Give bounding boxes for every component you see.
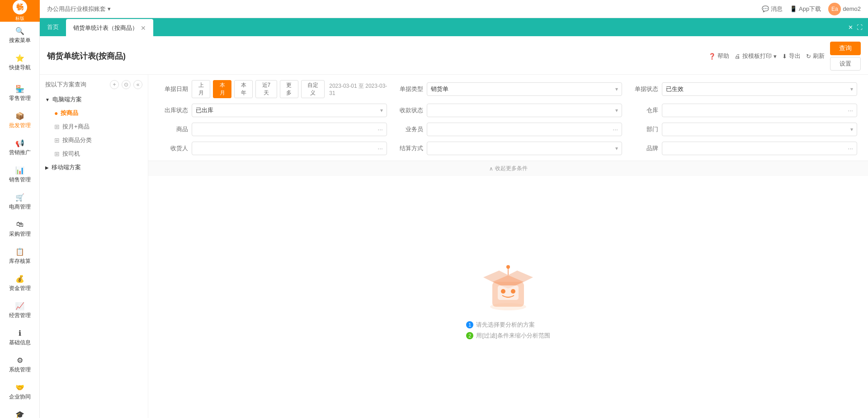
app-download-btn[interactable]: 📱 App下载 <box>790 5 821 13</box>
triangle-right-icon: ▶ <box>45 165 49 170</box>
salesperson-input[interactable]: ··· <box>427 123 622 136</box>
pc-section-header[interactable]: ▼ 电脑端方案 <box>40 93 148 106</box>
add-scheme-btn[interactable]: + <box>110 80 119 89</box>
settlement-select[interactable]: ▾ <box>427 142 622 155</box>
right-content: 单据日期 上月 本月 本年 近7天 更多 自定义 2023-03-01 至 20… <box>148 75 868 418</box>
sidebar-item-enterprise[interactable]: 🤝 企业协同 <box>0 378 39 405</box>
date-btn-this-year[interactable]: 本年 <box>234 80 253 98</box>
brand-input[interactable]: ··· <box>662 142 857 155</box>
page-header: 销货单统计表(按商品) ❓ 帮助 🖨 按模板打印 ▾ ⬇ 导出 ↻ 刷新 <box>40 36 868 75</box>
receiver-dots[interactable]: ··· <box>377 145 383 152</box>
sidebar-item-purchase[interactable]: 🛍 采购管理 <box>0 215 39 242</box>
ecommerce-icon: 🛒 <box>15 193 24 202</box>
logo-subtitle: 标版 <box>15 15 24 22</box>
receiver-input[interactable]: ··· <box>192 142 387 155</box>
doc-type-select[interactable]: 销货单 ▾ <box>427 82 622 96</box>
newbie-icon: 🎓 <box>15 410 24 418</box>
sidebar-item-search[interactable]: 🔍 搜索菜单 <box>0 22 39 49</box>
collapse-icon: ∧ <box>489 166 493 172</box>
tab-home[interactable]: 首页 <box>40 18 66 36</box>
header-left: 办公用品行业模拟账套 ▾ <box>47 5 111 13</box>
main-area: 办公用品行业模拟账套 ▾ 💬 消息 📱 App下载 Ea demo2 首页 销货… <box>40 0 868 418</box>
user-menu[interactable]: Ea demo2 <box>828 3 861 15</box>
app-logo: 畅 标版 <box>0 0 40 22</box>
sidebar-item-sales[interactable]: 📊 销售管理 <box>0 161 39 188</box>
edit-scheme-btn[interactable]: ⊙ <box>122 80 131 89</box>
header-right: 💬 消息 📱 App下载 Ea demo2 <box>762 3 861 15</box>
mobile-section-header[interactable]: ▶ 移动端方案 <box>40 161 148 174</box>
svg-point-7 <box>511 289 515 294</box>
out-status-label: 出库状态 <box>156 106 192 114</box>
scheme-by-month-goods[interactable]: ⊞ 按月+商品 <box>40 120 148 133</box>
print-btn[interactable]: 🖨 按模板打印 ▾ <box>735 52 777 60</box>
warehouse-col: 仓库 ··· <box>626 104 861 117</box>
doc-status-label: 单据状态 <box>626 85 662 93</box>
date-btn-custom[interactable]: 自定义 <box>301 80 325 98</box>
doc-status-col: 单据状态 已生效 ▾ <box>626 82 861 96</box>
sidebar-item-operations[interactable]: 📈 经营管理 <box>0 297 39 324</box>
collapse-bar[interactable]: ∧ 收起更多条件 <box>148 161 868 176</box>
salesperson-label: 业务员 <box>391 125 427 133</box>
goods-label: 商品 <box>156 125 192 133</box>
sidebar-item-retail[interactable]: 🏪 零售管理 <box>0 80 39 107</box>
sidebar-item-inventory[interactable]: 📋 库存核算 <box>0 242 39 270</box>
account-dropdown[interactable]: 办公用品行业模拟账套 ▾ <box>47 5 111 13</box>
goods-dots[interactable]: ··· <box>377 126 383 133</box>
department-select[interactable]: ▾ <box>662 123 857 136</box>
pc-section-label: 电脑端方案 <box>52 95 82 104</box>
pay-status-label: 收款状态 <box>391 106 427 114</box>
sidebar-item-ecommerce[interactable]: 🛒 电商管理 <box>0 188 39 215</box>
goods-input[interactable]: ··· <box>192 123 387 136</box>
sidebar-item-quick-nav[interactable]: ⭐ 快捷导航 <box>0 49 39 76</box>
message-btn[interactable]: 💬 消息 <box>762 5 783 13</box>
out-status-select[interactable]: 已出库 ▾ <box>192 104 387 117</box>
sidebar: 畅 标版 🔍 搜索菜单 ⭐ 快捷导航 🏪 零售管理 📦 批发管理 📢 营销推广 … <box>0 0 40 418</box>
sidebar-item-marketing[interactable]: 📢 营销推广 <box>0 134 39 161</box>
message-label: 消息 <box>771 5 783 13</box>
tip-text-2: 用[过滤]条件来缩小分析范围 <box>476 332 550 340</box>
collapse-panel-btn[interactable]: « <box>133 80 142 89</box>
scheme-by-goods[interactable]: ● 按商品 <box>40 106 148 120</box>
date-btn-7days[interactable]: 近7天 <box>255 80 277 98</box>
filter-row-2: 出库状态 已出库 ▾ 收款状态 ▾ <box>156 104 861 117</box>
fullscreen-icon[interactable]: ⛶ <box>857 24 863 31</box>
sidebar-item-basic[interactable]: ℹ 基础信息 <box>0 324 39 351</box>
doc-status-select[interactable]: 已生效 ▾ <box>662 82 857 96</box>
empty-tip-1: 1 请先选择要分析的方案 <box>466 321 550 329</box>
salesperson-dots[interactable]: ··· <box>613 126 618 133</box>
left-panel: 按以下方案查询 + ⊙ « ▼ 电脑端方案 ● 按商品 <box>40 75 148 418</box>
sales-icon: 📊 <box>15 166 24 175</box>
date-btn-last-month[interactable]: 上月 <box>192 80 210 98</box>
sidebar-item-wholesale[interactable]: 📦 批发管理 <box>0 107 39 134</box>
pay-status-select[interactable]: ▾ <box>427 104 622 117</box>
refresh-btn[interactable]: ↻ 刷新 <box>806 52 825 60</box>
sidebar-item-newbie[interactable]: 🎓 新手引导 <box>0 405 39 418</box>
date-btn-this-month[interactable]: 本月 <box>213 80 231 98</box>
brand-dots[interactable]: ··· <box>848 145 853 152</box>
pay-status-col: 收款状态 ▾ <box>391 104 626 117</box>
help-icon: ❓ <box>708 53 716 60</box>
grid-icon-3: ⊞ <box>54 150 60 157</box>
export-btn[interactable]: ⬇ 导出 <box>782 52 801 60</box>
system-icon: ⚙ <box>15 356 24 365</box>
date-btn-more[interactable]: 更多 <box>280 80 298 98</box>
help-btn[interactable]: ❓ 帮助 <box>708 52 729 60</box>
settings-button[interactable]: 设置 <box>830 57 861 71</box>
close-window-icon[interactable]: ✕ <box>848 24 853 31</box>
query-button[interactable]: 查询 <box>830 42 861 55</box>
grid-icon-2: ⊞ <box>54 137 60 144</box>
date-filter-label: 单据日期 <box>156 85 192 93</box>
warehouse-dots[interactable]: ··· <box>848 107 853 114</box>
scheme-by-printer[interactable]: ⊞ 按司机 <box>40 147 148 161</box>
triangle-icon: ▼ <box>45 97 50 102</box>
sidebar-item-finance[interactable]: 💰 资金管理 <box>0 270 39 297</box>
tab-close-icon[interactable]: ✕ <box>141 24 146 32</box>
sidebar-item-system[interactable]: ⚙ 系统管理 <box>0 351 39 378</box>
finance-icon: 💰 <box>15 274 24 283</box>
tab-sales-report[interactable]: 销货单统计表（按商品） ✕ <box>66 19 153 37</box>
scheme-by-goods-category[interactable]: ⊞ 按商品分类 <box>40 133 148 147</box>
print-icon: 🖨 <box>735 53 741 60</box>
receiver-label: 收货人 <box>156 144 192 152</box>
warehouse-label: 仓库 <box>626 106 662 114</box>
warehouse-input[interactable]: ··· <box>662 104 857 117</box>
